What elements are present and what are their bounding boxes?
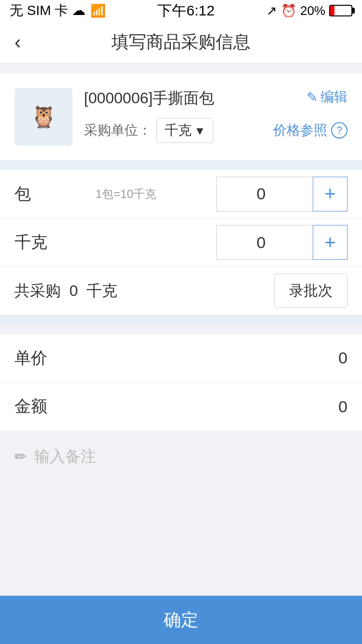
unit-price-row: 单价 0 [0, 334, 362, 382]
nav-bar: ‹ 填写商品采购信息 [0, 21, 362, 64]
edit-icon: ✎ [306, 89, 318, 105]
battery-pct: 20% [300, 3, 325, 18]
bao-input[interactable] [216, 177, 313, 211]
product-image: 🦉 [14, 88, 72, 146]
confirm-button[interactable]: 确定 [0, 596, 362, 644]
status-bar: 无 SIM 卡 ☁ 📶 下午6:12 ↗ ⏰ 20% [0, 0, 362, 21]
alarm-icon: ⏰ [281, 3, 296, 18]
bao-row: 包 1包=10千克 + [0, 170, 362, 218]
section-divider-1 [0, 160, 362, 170]
wifi-icon: 📶 [90, 3, 106, 18]
product-card: 🦉 [0000006]手撕面包 ✎ 编辑 采购单位： 千克 ▾ 价格参照 ? [0, 73, 362, 160]
bao-plus-button[interactable]: + [313, 177, 348, 211]
kg-plus-button[interactable]: + [313, 225, 348, 260]
kg-label: 千克 [14, 231, 92, 253]
product-header: [0000006]手撕面包 ✎ 编辑 [84, 88, 348, 109]
unit-select[interactable]: 千克 ▾ [156, 118, 213, 143]
notes-placeholder: 输入备注 [34, 446, 96, 467]
summary-row: 共采购 0 千克 录批次 [0, 266, 362, 315]
amount-label: 金额 [14, 395, 47, 418]
kg-input-wrapper: + [216, 225, 348, 260]
battery-icon [329, 5, 352, 16]
product-name: [0000006]手撕面包 [84, 88, 214, 109]
pencil-icon: ✏ [14, 448, 27, 465]
kg-input[interactable] [216, 225, 313, 260]
price-ref-button[interactable]: 价格参照 ? [273, 121, 348, 140]
bao-label: 包 [14, 183, 92, 205]
status-right: ↗ ⏰ 20% [266, 3, 352, 18]
batch-button[interactable]: 录批次 [274, 274, 348, 308]
price-ref-label: 价格参照 [273, 121, 327, 140]
section-divider-2 [0, 315, 362, 324]
status-left: 无 SIM 卡 ☁ 📶 [10, 1, 106, 20]
summary-text: 共采购 0 千克 [14, 280, 117, 302]
bao-input-wrapper: + [216, 177, 348, 211]
unit-value: 千克 [165, 121, 192, 140]
status-time: 下午6:12 [157, 1, 214, 21]
amount-value: 0 [338, 397, 348, 416]
notes-section[interactable]: ✏ 输入备注 [0, 432, 362, 490]
edit-button[interactable]: ✎ 编辑 [306, 88, 348, 106]
sim-label: 无 SIM 卡 ☁ [10, 1, 85, 20]
purchase-unit-row: 采购单位： 千克 ▾ 价格参照 ? [84, 118, 348, 143]
price-section: 单价 0 金额 0 [0, 334, 362, 431]
page-title: 填写商品采购信息 [111, 30, 251, 54]
location-icon: ↗ [266, 3, 277, 18]
product-logo: 🦉 [30, 106, 57, 127]
bao-sublabel: 1包=10千克 [96, 186, 156, 202]
back-button[interactable]: ‹ [14, 27, 30, 58]
amount-row: 金额 0 [0, 382, 362, 431]
unit-price-value: 0 [338, 349, 348, 367]
input-section: 包 1包=10千克 + 千克 + [0, 170, 362, 266]
kg-row: 千克 + [0, 218, 362, 266]
unit-label: 采购单位： [84, 121, 152, 140]
help-icon: ? [331, 122, 348, 139]
dropdown-arrow-icon: ▾ [196, 123, 203, 139]
product-info: [0000006]手撕面包 ✎ 编辑 采购单位： 千克 ▾ 价格参照 ? [84, 88, 348, 143]
unit-price-label: 单价 [14, 347, 47, 369]
